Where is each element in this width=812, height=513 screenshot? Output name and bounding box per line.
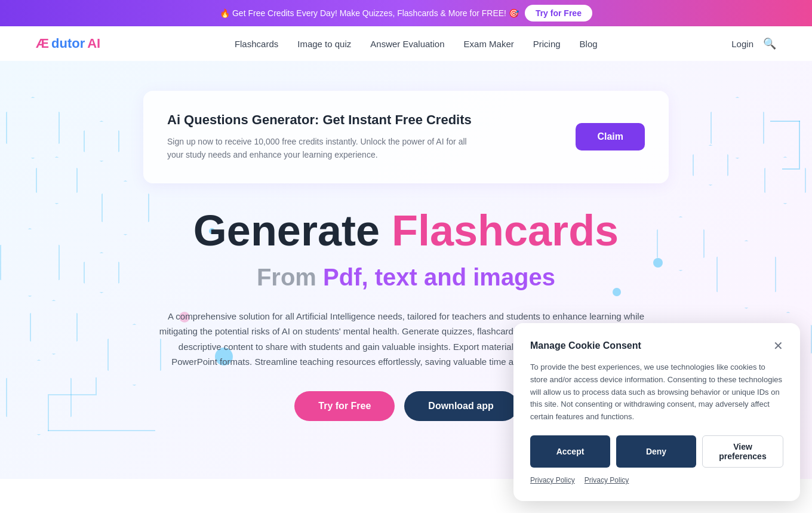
cookie-links: Privacy Policy Privacy Policy [530, 476, 783, 479]
logo-dutor: dutor [51, 36, 85, 51]
try-free-button[interactable]: Try for Free [294, 391, 395, 421]
nav-image-to-quiz[interactable]: Image to quiz [297, 39, 351, 49]
cookie-modal: Manage Cookie Consent ✕ To provide the b… [513, 323, 800, 479]
claim-button[interactable]: Claim [576, 123, 645, 150]
cookie-title: Manage Cookie Consent [530, 340, 641, 351]
nav-flashcards[interactable]: Flashcards [235, 39, 278, 49]
logo-ai: AI [87, 36, 100, 51]
cookie-actions: Accept Deny View preferences [530, 435, 783, 468]
search-button[interactable]: 🔍 [763, 37, 776, 50]
promo-description: Sign up now to receive 10,000 free credi… [167, 135, 478, 162]
nav-pricing[interactable]: Pricing [533, 39, 561, 49]
nav-links: Flashcards Image to quiz Answer Evaluati… [235, 39, 598, 49]
nav-blog[interactable]: Blog [580, 39, 598, 49]
search-icon: 🔍 [763, 38, 776, 50]
sub-part1: From [257, 264, 323, 290]
nav-exam-maker[interactable]: Exam Maker [464, 39, 514, 49]
hero-headline: Generate Flashcards [12, 207, 800, 254]
nav-answer-evaluation[interactable]: Answer Evaluation [370, 39, 444, 49]
logo[interactable]: ÆdutorAI [36, 36, 100, 51]
banner-cta-button[interactable]: Try for Free [525, 5, 592, 21]
headline-part2: Flashcards [392, 207, 619, 254]
navbar: ÆdutorAI Flashcards Image to quiz Answer… [0, 26, 812, 61]
deny-button[interactable]: Deny [616, 435, 696, 468]
login-link[interactable]: Login [731, 39, 753, 49]
banner-text: 🔥 Get Free Credits Every Day! Make Quizz… [220, 8, 519, 18]
promo-card: Ai Questions Generator: Get Instant Free… [143, 91, 669, 183]
sub-part2: Pdf, text and images [323, 264, 555, 290]
view-preferences-button[interactable]: View preferences [702, 435, 783, 468]
logo-ae: Æ [36, 36, 49, 51]
cookie-close-button[interactable]: ✕ [773, 340, 783, 352]
nav-right: Login 🔍 [731, 37, 776, 50]
promo-heading: Ai Questions Generator: Get Instant Free… [167, 112, 478, 128]
cookie-header: Manage Cookie Consent ✕ [530, 340, 783, 352]
accept-button[interactable]: Accept [530, 435, 610, 468]
top-banner: 🔥 Get Free Credits Every Day! Make Quizz… [0, 0, 812, 26]
hero-subheadline: From Pdf, text and images [12, 264, 800, 291]
promo-card-text: Ai Questions Generator: Get Instant Free… [167, 112, 478, 162]
privacy-link-2[interactable]: Privacy Policy [585, 476, 629, 479]
cookie-description: To provide the best experiences, we use … [530, 361, 783, 423]
download-app-button[interactable]: Download app [404, 391, 517, 421]
headline-part1: Generate [193, 207, 392, 254]
privacy-link-1[interactable]: Privacy Policy [530, 476, 575, 479]
cookie-body: To provide the best experiences, we use … [530, 361, 783, 479]
